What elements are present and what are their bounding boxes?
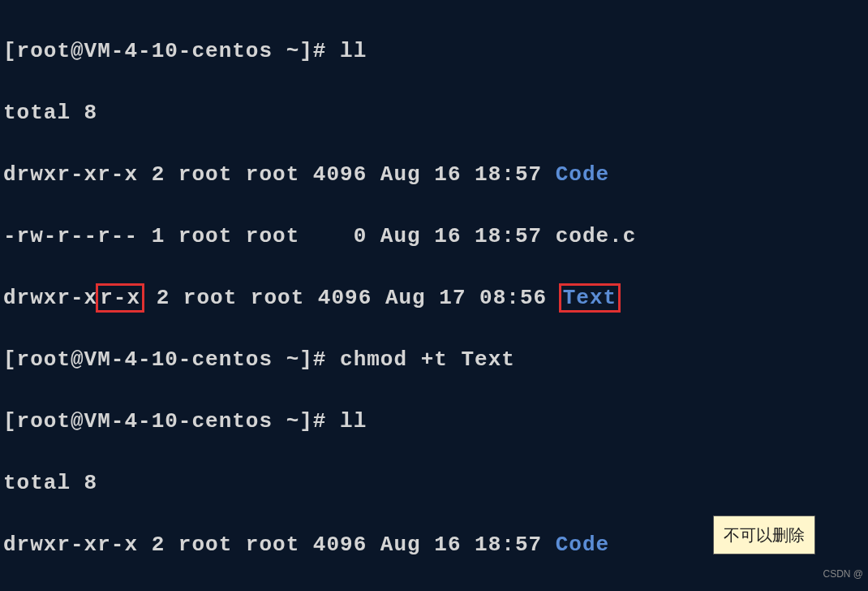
dir-code: Code [556,162,609,187]
terminal[interactable]: [root@VM-4-10-centos ~]# ll total 8 drwx… [0,0,868,591]
ls-row-mid: 2 root root 4096 Aug 17 08:56 [143,286,561,310]
dir-code: Code [556,533,609,557]
annotation-note: 不可以删除 [713,516,815,554]
ls-row: -rw-r--r-- 1 root root 0 Aug 16 18:57 co… [3,221,868,252]
prompt-line: [root@VM-4-10-centos ~]# chmod +t Text [3,344,868,375]
ls-perms: drwxr-xr-x 2 root root 4096 Aug 16 18:57 [3,533,556,557]
output-total: total 8 [3,97,868,128]
output-total: total 8 [3,468,868,498]
ls-row: drwxr-xr-x 2 root root 4096 Aug 16 18:57… [3,159,868,190]
dir-text-highlight: Text [559,283,621,313]
prompt-line: [root@VM-4-10-centos ~]# ll [3,36,868,67]
perm-highlight-rx: r-x [96,283,144,313]
prompt-line: [root@VM-4-10-centos ~]# ll [3,406,868,437]
watermark: CSDN @ [823,559,863,589]
ls-perms: drwxr-xr-x 2 root root 4096 Aug 16 18:57 [3,162,556,187]
ls-row: drwxr-xr-x 2 root root 4096 Aug 17 08:56… [3,283,868,313]
ls-perms-prefix: drwxr-x [3,286,97,310]
